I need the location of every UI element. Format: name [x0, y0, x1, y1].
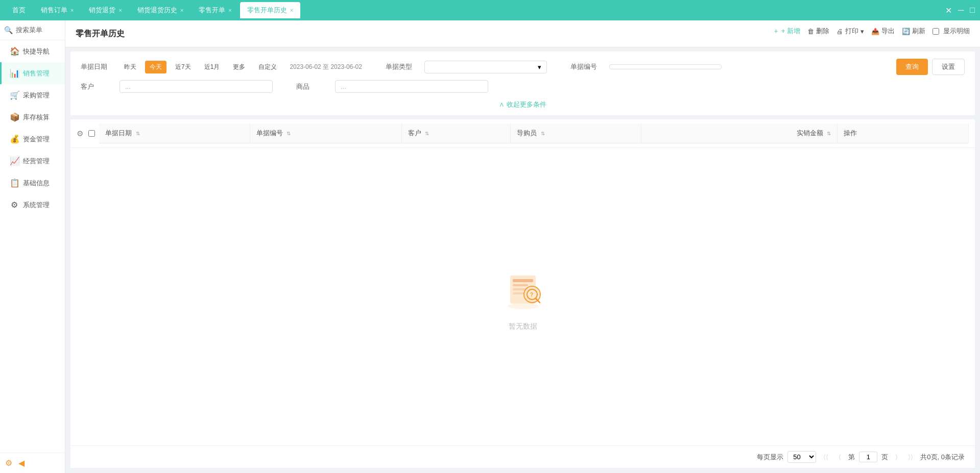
- per-page-label: 每页显示: [757, 453, 783, 462]
- col-date: 单据日期 ⇅: [99, 123, 250, 143]
- table-settings-icon[interactable]: ⚙: [77, 129, 83, 138]
- tab-sales-return-history-label: 销货退货历史: [137, 6, 177, 15]
- nav-tabs: 首页 销售订单 × 销货退货 × 销货退货历史 × 零售开单 × 零售开单历史 …: [5, 2, 945, 18]
- sort-amount-icon[interactable]: ⇅: [827, 131, 831, 136]
- sidebar-item-finance[interactable]: 💰 资金管理: [0, 128, 65, 150]
- sort-order-no-icon[interactable]: ⇅: [286, 131, 291, 136]
- top-right-controls: ✕ ─ □: [945, 6, 975, 15]
- select-all-checkbox[interactable]: [88, 130, 95, 137]
- close-sales-return-icon[interactable]: ×: [118, 7, 122, 13]
- svg-rect-3: [513, 284, 528, 286]
- customer-input[interactable]: ...: [119, 80, 273, 93]
- finance-icon: 💰: [10, 134, 19, 144]
- last-page-btn[interactable]: ⟩⟩: [905, 452, 916, 462]
- sidebar-search[interactable]: 🔍 搜索菜单: [0, 20, 65, 40]
- last1month-btn[interactable]: 近1月: [200, 61, 225, 73]
- delete-label: 删除: [816, 27, 829, 36]
- sort-date-icon[interactable]: ⇅: [136, 131, 140, 136]
- table-header: 单据日期 ⇅ 单据编号 ⇅ 客户 ⇅: [99, 123, 969, 143]
- maximize-icon[interactable]: □: [970, 6, 975, 15]
- per-page-select[interactable]: 50 100 200: [787, 451, 816, 463]
- empty-text: 暂无数据: [509, 322, 537, 331]
- sidebar-item-inventory[interactable]: 📦 库存核算: [0, 106, 65, 128]
- product-label: 商品: [296, 82, 327, 91]
- col-operations: 操作: [838, 123, 969, 143]
- tab-retail-order-history[interactable]: 零售开单历史 ×: [240, 2, 300, 18]
- settings-bottom-icon[interactable]: ⚙: [5, 458, 12, 468]
- minimize-icon[interactable]: ─: [958, 6, 964, 15]
- sort-customer-icon[interactable]: ⇅: [425, 131, 429, 136]
- today-btn[interactable]: 今天: [145, 61, 166, 73]
- prev-page-btn[interactable]: ⟨: [835, 452, 844, 462]
- first-page-btn[interactable]: ⟨⟨: [820, 452, 831, 462]
- refresh-icon: 🔄: [902, 28, 910, 35]
- sort-guide-icon[interactable]: ⇅: [541, 131, 545, 136]
- close-window-icon[interactable]: ✕: [945, 6, 952, 15]
- sidebar-item-purchase[interactable]: 🛒 采购管理: [0, 84, 65, 106]
- display-toggle[interactable]: 显示明细: [933, 27, 970, 36]
- print-dropdown-icon: ▾: [861, 28, 864, 35]
- dropdown-chevron-icon: ▾: [538, 63, 541, 71]
- add-label: + 新增: [781, 27, 800, 36]
- sidebar-item-basic-info-label: 基础信息: [23, 179, 50, 188]
- quick-nav-icon: 🏠: [10, 46, 19, 56]
- next-page-btn[interactable]: ⟩: [892, 452, 901, 462]
- display-toggle-label: 显示明细: [943, 27, 970, 36]
- order-type-dropdown[interactable]: ▾: [424, 61, 547, 73]
- content-area: 零售开单历史 ＋ + 新增 🗑 删除 🖨 打印 ▾ 📤 导出: [65, 20, 980, 473]
- tab-sales-return-label: 销货退货: [89, 6, 115, 15]
- sidebar-bottom: ⚙ ◀: [0, 453, 65, 473]
- close-retail-order-icon[interactable]: ×: [228, 7, 231, 13]
- close-sales-order-icon[interactable]: ×: [70, 7, 74, 13]
- query-button[interactable]: 查询: [896, 59, 928, 75]
- sidebar-item-purchase-label: 采购管理: [23, 91, 50, 100]
- more-btn[interactable]: 更多: [228, 61, 250, 73]
- tab-home[interactable]: 首页: [5, 2, 33, 18]
- custom-btn[interactable]: 自定义: [254, 61, 281, 73]
- sidebar-item-operations-label: 经营管理: [23, 157, 50, 166]
- sidebar-item-basic-info[interactable]: 📋 基础信息: [0, 172, 65, 194]
- filter-row-2: 客户 ... 商品 ...: [81, 80, 965, 93]
- collapse-sidebar-icon[interactable]: ◀: [18, 458, 25, 468]
- sidebar-item-sales-label: 销售管理: [23, 69, 50, 78]
- display-toggle-checkbox[interactable]: [933, 28, 939, 35]
- svg-text:?: ?: [530, 292, 533, 297]
- sidebar-search-label: 搜索菜单: [16, 26, 42, 35]
- export-button[interactable]: 📤 导出: [871, 27, 895, 36]
- add-icon: ＋: [773, 27, 779, 36]
- product-input[interactable]: ...: [335, 80, 488, 93]
- page-input[interactable]: [859, 452, 877, 462]
- settings-button[interactable]: 设置: [932, 59, 965, 75]
- product-placeholder: ...: [341, 83, 346, 90]
- page-header-bar: 零售开单历史 ＋ + 新增 🗑 删除 🖨 打印 ▾ 📤 导出: [65, 20, 980, 47]
- system-icon: ⚙: [10, 200, 19, 210]
- print-button[interactable]: 🖨 打印 ▾: [836, 27, 864, 36]
- col-guide: 导购员 ⇅: [511, 123, 641, 143]
- delete-button[interactable]: 🗑 删除: [807, 27, 829, 36]
- sidebar-item-system[interactable]: ⚙ 系统管理: [0, 194, 65, 216]
- close-retail-order-history-icon[interactable]: ×: [290, 7, 293, 13]
- tab-retail-order-label: 零售开单: [199, 6, 225, 15]
- sidebar-item-quick-nav[interactable]: 🏠 快捷导航: [0, 40, 65, 62]
- filter-card: 单据日期 昨天 今天 近7天 近1月 更多 自定义 2023-06-02 至 2…: [70, 52, 975, 115]
- close-sales-return-history-icon[interactable]: ×: [180, 7, 183, 13]
- yesterday-btn[interactable]: 昨天: [119, 61, 141, 73]
- pagination: 每页显示 50 100 200 ⟨⟨ ⟨ 第 页 ⟩ ⟩⟩ 共0页, 0条记录: [70, 445, 975, 468]
- order-no-input[interactable]: [609, 64, 722, 69]
- tab-sales-return-history[interactable]: 销货退货历史 ×: [130, 2, 190, 18]
- tab-sales-return[interactable]: 销货退货 ×: [82, 2, 129, 18]
- tab-sales-order[interactable]: 销售订单 ×: [34, 2, 81, 18]
- add-button[interactable]: ＋ + 新增: [773, 27, 800, 36]
- last7days-btn[interactable]: 近7天: [171, 61, 196, 73]
- collapse-conditions[interactable]: ∧ 收起更多条件: [81, 98, 965, 111]
- sidebar: 🔍 搜索菜单 🏠 快捷导航 📊 销售管理 🛒 采购管理 📦 库存核算 💰 资金管…: [0, 20, 65, 473]
- tab-retail-order[interactable]: 零售开单 ×: [192, 2, 238, 18]
- customer-label: 客户: [81, 82, 111, 91]
- refresh-button[interactable]: 🔄 刷新: [902, 27, 925, 36]
- operations-icon: 📈: [10, 156, 19, 166]
- sidebar-item-operations[interactable]: 📈 经营管理: [0, 150, 65, 172]
- delete-icon: 🗑: [807, 28, 814, 35]
- order-type-label: 单据类型: [386, 62, 416, 71]
- sidebar-item-sales[interactable]: 📊 销售管理: [0, 62, 65, 84]
- top-nav: 首页 销售订单 × 销货退货 × 销货退货历史 × 零售开单 × 零售开单历史 …: [0, 0, 980, 20]
